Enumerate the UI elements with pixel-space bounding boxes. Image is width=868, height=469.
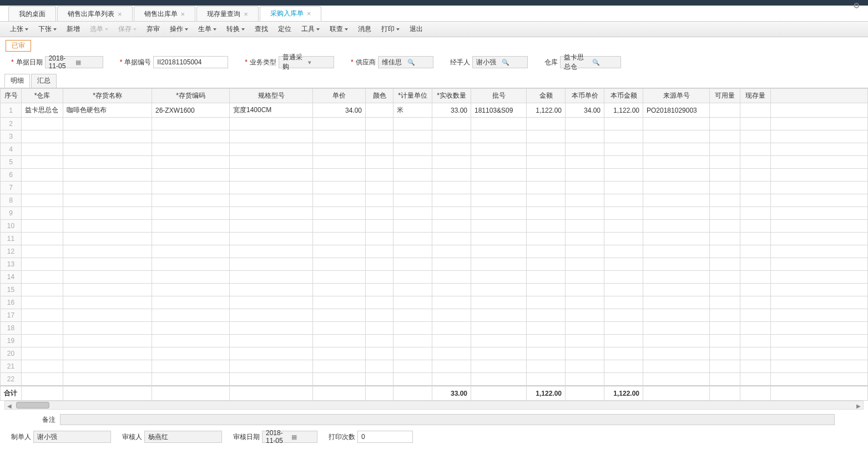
scroll-left-icon[interactable]: ◀ <box>6 402 13 409</box>
table-row[interactable]: 20 <box>1 347 868 360</box>
table-row[interactable]: 7 <box>1 181 868 194</box>
tab-purchase-in[interactable]: 采购入库单× <box>260 6 322 21</box>
table-row[interactable]: 3 <box>1 130 868 143</box>
total-qty: 33.00 <box>432 386 471 401</box>
tools-button[interactable]: 工具 <box>297 22 324 36</box>
reviewer-input[interactable]: 杨燕红 <box>144 431 222 443</box>
review-date-input[interactable]: 2018-11-05▦ <box>262 431 317 443</box>
label-maker: 制单人 <box>11 432 31 442</box>
col-local-amount[interactable]: 本币金额 <box>604 89 643 103</box>
scroll-right-icon[interactable]: ▶ <box>855 402 862 409</box>
subtab-detail[interactable]: 明细 <box>4 74 30 88</box>
col-price[interactable]: 单价 <box>313 89 366 103</box>
abandon-button[interactable]: 弃审 <box>142 22 164 36</box>
chevron-down-icon <box>213 28 216 31</box>
col-color[interactable]: 颜色 <box>366 89 393 103</box>
new-button[interactable]: 新增 <box>62 22 84 36</box>
horizontal-scrollbar[interactable]: ◀ ▶ <box>4 401 864 410</box>
table-row[interactable]: 9 <box>1 207 868 220</box>
scrollbar-thumb[interactable] <box>16 402 49 409</box>
next-button[interactable]: 下张 <box>34 22 61 36</box>
col-available[interactable]: 可用量 <box>710 89 740 103</box>
table-row[interactable]: 13 <box>1 258 868 271</box>
tab-stock-query[interactable]: 现存量查询× <box>196 6 259 21</box>
maker-input[interactable]: 谢小强 <box>33 431 111 443</box>
col-onhand[interactable]: 现存量 <box>740 89 771 103</box>
handler-lookup[interactable]: 谢小强🔍 <box>472 56 528 68</box>
tab-sales-out-list[interactable]: 销售出库单列表× <box>57 6 133 21</box>
table-row[interactable]: 17 <box>1 309 868 322</box>
close-icon[interactable]: × <box>118 10 122 18</box>
col-spec[interactable]: 规格型号 <box>230 89 313 103</box>
col-amount[interactable]: 金额 <box>527 89 566 103</box>
convert-button[interactable]: 转换 <box>222 22 249 36</box>
table-row[interactable]: 15 <box>1 284 868 296</box>
prev-button[interactable]: 上张 <box>6 22 33 36</box>
tab-sales-out[interactable]: 销售出库单× <box>134 6 196 21</box>
col-idx[interactable]: 序号 <box>1 89 22 103</box>
doc-no-input[interactable]: II20181105004 <box>153 56 228 68</box>
table-row[interactable]: 10 <box>1 220 868 233</box>
find-button[interactable]: 查找 <box>250 22 272 36</box>
table-row[interactable]: 11 <box>1 233 868 245</box>
table-row[interactable]: 4 <box>1 143 868 156</box>
col-unit[interactable]: *计量单位 <box>393 89 432 103</box>
grid-tabs: 明细 汇总 ⚙ <box>0 74 868 88</box>
close-icon[interactable]: × <box>307 9 311 18</box>
col-batch[interactable]: 批号 <box>471 89 527 103</box>
close-icon[interactable]: × <box>244 10 248 18</box>
table-row[interactable]: 8 <box>1 194 868 207</box>
print-button[interactable]: 打印 <box>377 22 404 36</box>
label-handler: 经手人 <box>450 58 470 67</box>
chevron-down-icon <box>345 28 348 31</box>
table-row[interactable]: 22 <box>1 373 868 386</box>
tab-desktop[interactable]: 我的桌面 <box>8 6 56 21</box>
biz-type-select[interactable]: 普通采购▾ <box>279 56 334 68</box>
table-row[interactable]: 5 <box>1 156 868 169</box>
link-button[interactable]: 联查 <box>325 22 352 36</box>
subtab-summary[interactable]: 汇总 <box>31 74 57 88</box>
total-lamt: 1,122.00 <box>604 386 643 401</box>
total-row: 合计 33.00 1,122.00 1,122.00 <box>0 386 868 401</box>
msg-button[interactable]: 消息 <box>354 22 376 36</box>
col-item-name[interactable]: *存货名称 <box>63 89 152 103</box>
col-warehouse[interactable]: *仓库 <box>22 89 63 103</box>
label-review-date: 审核日期 <box>233 432 260 442</box>
remark-input[interactable] <box>60 414 835 425</box>
print-cnt-input[interactable]: 0 <box>357 431 413 443</box>
table-row[interactable]: 21 <box>1 360 868 373</box>
operate-button[interactable]: 操作 <box>165 22 193 36</box>
select-button: 选单 <box>85 22 113 36</box>
warehouse-lookup[interactable]: 益卡思总仓🔍 <box>560 56 621 68</box>
table-row[interactable]: 18 <box>1 322 868 335</box>
calendar-icon: ▦ <box>291 433 314 441</box>
col-source-no[interactable]: 来源单号 <box>643 89 710 103</box>
col-item-code[interactable]: *存货编码 <box>152 89 230 103</box>
create-button[interactable]: 生单 <box>194 22 221 36</box>
status-row: 已审 <box>0 37 868 53</box>
exit-button[interactable]: 退出 <box>405 22 427 36</box>
supplier-lookup[interactable]: 维佳思🔍 <box>378 56 433 68</box>
table-row[interactable]: 14 <box>1 271 868 284</box>
col-qty[interactable]: *实收数量 <box>432 89 471 103</box>
table-row[interactable]: 2 <box>1 118 868 130</box>
grid-settings-icon[interactable]: ⚙ <box>853 1 860 10</box>
save-button: 保存 <box>114 22 141 36</box>
table-row[interactable]: 1 益卡思总仓 咖啡色硬包布 26-ZXW1600 宽度1400CM 34.00… <box>1 103 868 118</box>
search-icon: 🔍 <box>407 59 430 66</box>
table-row[interactable]: 19 <box>1 335 868 347</box>
chevron-down-icon <box>105 28 108 31</box>
col-local-price[interactable]: 本币单价 <box>566 89 604 103</box>
table-row[interactable]: 16 <box>1 296 868 309</box>
locate-button[interactable]: 定位 <box>274 22 296 36</box>
close-icon[interactable]: × <box>181 10 185 18</box>
chevron-down-icon <box>25 28 28 31</box>
table-row[interactable]: 6 <box>1 169 868 181</box>
table-row[interactable]: 12 <box>1 245 868 258</box>
status-badge: 已审 <box>6 40 31 52</box>
doc-date-input[interactable]: 2018-11-05▦ <box>45 56 103 68</box>
grid-body: 1 益卡思总仓 咖啡色硬包布 26-ZXW1600 宽度1400CM 34.00… <box>1 103 868 386</box>
footer: 备注 制单人 谢小强 审核人 杨燕红 审核日期 2018-11-05▦ 打印次数… <box>0 414 868 445</box>
header-form: *单据日期 2018-11-05▦ *单据编号 II20181105004 *业… <box>0 53 868 74</box>
total-label: 合计 <box>1 386 22 401</box>
